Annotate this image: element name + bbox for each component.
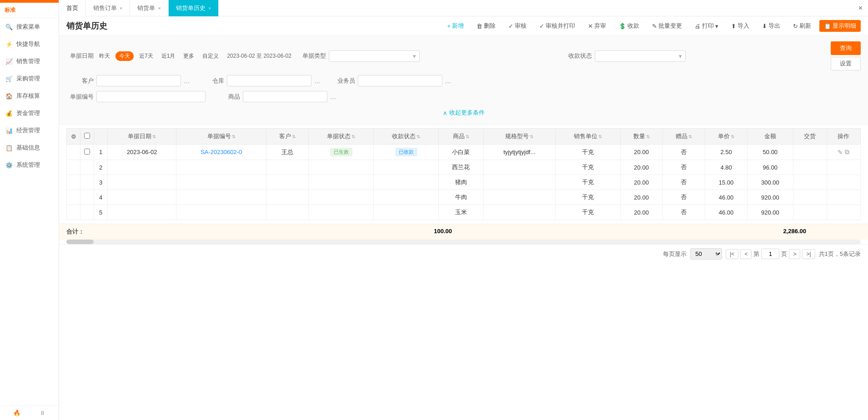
- query-button[interactable]: 查询: [831, 41, 861, 55]
- abandon-button[interactable]: ✕ 弃审: [583, 20, 611, 32]
- date-btn-1month[interactable]: 近1月: [159, 51, 178, 61]
- date-sort[interactable]: 单据日期 ⇅: [128, 132, 156, 140]
- first-page-button[interactable]: |<: [726, 249, 738, 259]
- order-status-sort[interactable]: 单据状态 ⇅: [327, 132, 355, 140]
- customer-sort[interactable]: 客户 ⇅: [279, 132, 296, 140]
- salesperson-input[interactable]: [358, 75, 442, 86]
- export-button[interactable]: ⬇ 导出: [758, 20, 785, 32]
- date-btn-today[interactable]: 今天: [115, 51, 134, 61]
- new-button[interactable]: + 新增: [442, 20, 468, 32]
- col-goods[interactable]: 商品 ⇅: [438, 129, 483, 145]
- date-btn-7days[interactable]: 近7天: [136, 51, 156, 61]
- receive-button[interactable]: 💲 收款: [614, 20, 644, 32]
- goods-dots[interactable]: ...: [330, 93, 336, 101]
- print-button[interactable]: 🖨 打印 ▾: [690, 20, 723, 32]
- spec-sort[interactable]: 规格型号 ⇅: [505, 132, 533, 140]
- payment-status-sort[interactable]: 收款状态 ⇅: [392, 132, 420, 140]
- row-order-no-cell[interactable]: [176, 175, 266, 190]
- select-all-checkbox[interactable]: [84, 133, 90, 139]
- tab-sales-delivery[interactable]: 销货单 ×: [130, 0, 168, 16]
- collapse-button[interactable]: ∧ 收起更多条件: [443, 109, 485, 117]
- order-no-link[interactable]: SA-20230602-0: [201, 149, 242, 155]
- row-check-cell[interactable]: [80, 160, 94, 175]
- col-payment-status[interactable]: 收款状态 ⇅: [374, 129, 439, 145]
- row-order-no-cell[interactable]: SA-20230602-0: [176, 145, 266, 160]
- qty-sort[interactable]: 数量 ⇅: [633, 132, 650, 140]
- row-check-cell[interactable]: [80, 175, 94, 190]
- sidebar-item-quick-nav[interactable]: ⚡ 快捷导航: [0, 35, 59, 53]
- audit-button[interactable]: ✓ 审核: [504, 20, 531, 32]
- sidebar-item-finance[interactable]: 💰 资金管理: [0, 105, 59, 122]
- sidebar-item-base[interactable]: 📋 基础信息: [0, 139, 59, 156]
- row-checkbox[interactable]: [84, 149, 90, 155]
- gift-sort[interactable]: 赠品 ⇅: [676, 132, 692, 140]
- settings-gear-icon[interactable]: ⚙: [71, 133, 76, 140]
- sidebar-item-sales[interactable]: 📈 销售管理: [0, 53, 59, 70]
- col-qty[interactable]: 数量 ⇅: [620, 129, 662, 145]
- date-btn-yesterday[interactable]: 昨天: [96, 51, 113, 61]
- tab-sales-history[interactable]: 销货单历史 ×: [169, 0, 219, 16]
- sidebar-item-operation[interactable]: 📊 经营管理: [0, 122, 59, 139]
- row-check-cell[interactable]: [80, 190, 94, 205]
- goods-input[interactable]: [243, 91, 327, 102]
- col-unit[interactable]: 销售单位 ⇅: [555, 129, 620, 145]
- col-order-status[interactable]: 单据状态 ⇅: [309, 129, 374, 145]
- fire-icon[interactable]: 🔥: [13, 410, 20, 416]
- export-icon: ⬇: [762, 23, 767, 30]
- col-check[interactable]: [80, 129, 94, 145]
- order-no-sort[interactable]: 单据编号 ⇅: [207, 132, 236, 140]
- tab-sales-order[interactable]: 销售订单 ×: [86, 0, 130, 16]
- scrollbar-thumb[interactable]: [66, 240, 94, 244]
- salesperson-dots[interactable]: ...: [445, 77, 451, 85]
- row-order-no-cell[interactable]: [176, 160, 266, 175]
- show-detail-button[interactable]: 📋 显示明细: [819, 20, 861, 32]
- sidebar-item-search[interactable]: 🔍 搜索菜单: [0, 18, 59, 35]
- unit-sort[interactable]: 销售单位 ⇅: [574, 132, 602, 140]
- warehouse-dots[interactable]: ...: [314, 77, 320, 85]
- sidebar-item-system[interactable]: ⚙️ 系统管理: [0, 156, 59, 174]
- customer-input[interactable]: [96, 75, 181, 86]
- prev-page-button[interactable]: <: [740, 249, 752, 259]
- page-input[interactable]: [761, 249, 779, 259]
- col-spec[interactable]: 规格型号 ⇅: [483, 129, 555, 145]
- warehouse-input[interactable]: [227, 75, 311, 86]
- doc-type-select[interactable]: [329, 50, 420, 62]
- payment-status-select[interactable]: [595, 50, 686, 62]
- next-page-button[interactable]: >: [789, 249, 800, 259]
- delete-button[interactable]: 🗑 删除: [472, 20, 500, 32]
- tab-home[interactable]: 首页: [59, 0, 86, 16]
- tab-global-close[interactable]: ×: [853, 4, 868, 12]
- horizontal-scrollbar[interactable]: [66, 240, 861, 244]
- batch-change-button[interactable]: ✎ 批量变更: [647, 20, 687, 32]
- col-setting[interactable]: ⚙: [67, 129, 80, 145]
- col-customer[interactable]: 客户 ⇅: [266, 129, 309, 145]
- col-date[interactable]: 单据日期 ⇅: [108, 129, 176, 145]
- row-order-no-cell[interactable]: [176, 205, 266, 220]
- customer-dots[interactable]: ...: [184, 77, 190, 85]
- tab-sales-history-close[interactable]: ×: [208, 5, 211, 11]
- audit-print-button[interactable]: ✓ 审核并打印: [535, 20, 580, 32]
- date-btn-more[interactable]: 更多: [181, 51, 197, 61]
- copy-icon[interactable]: ⧉: [845, 148, 849, 156]
- col-gift[interactable]: 赠品 ⇅: [662, 129, 705, 145]
- goods-sort[interactable]: 商品 ⇅: [453, 132, 469, 140]
- per-page-select[interactable]: 50 100: [690, 248, 722, 260]
- col-order-no[interactable]: 单据编号 ⇅: [176, 129, 266, 145]
- col-price[interactable]: 单价 ⇅: [705, 129, 747, 145]
- import-button[interactable]: ⬆ 导入: [727, 20, 754, 32]
- row-order-no-cell[interactable]: [176, 190, 266, 205]
- row-check-cell[interactable]: [80, 145, 94, 160]
- refresh-button[interactable]: ↻ 刷新: [788, 20, 816, 32]
- tab-sales-order-close[interactable]: ×: [120, 5, 122, 11]
- row-check-cell[interactable]: [80, 205, 94, 220]
- price-sort[interactable]: 单价 ⇅: [718, 132, 734, 140]
- sidebar-item-purchase[interactable]: 🛒 采购管理: [0, 70, 59, 87]
- pause-icon[interactable]: ⏸: [40, 410, 45, 416]
- order-no-input[interactable]: [96, 91, 206, 102]
- sidebar-item-inventory[interactable]: 🏠 库存核算: [0, 87, 59, 105]
- date-btn-custom[interactable]: 自定义: [200, 51, 221, 61]
- set-button[interactable]: 设置: [831, 57, 861, 70]
- tab-sales-delivery-close[interactable]: ×: [158, 5, 161, 11]
- edit-icon[interactable]: ✎: [838, 149, 843, 156]
- last-page-button[interactable]: >|: [802, 249, 815, 259]
